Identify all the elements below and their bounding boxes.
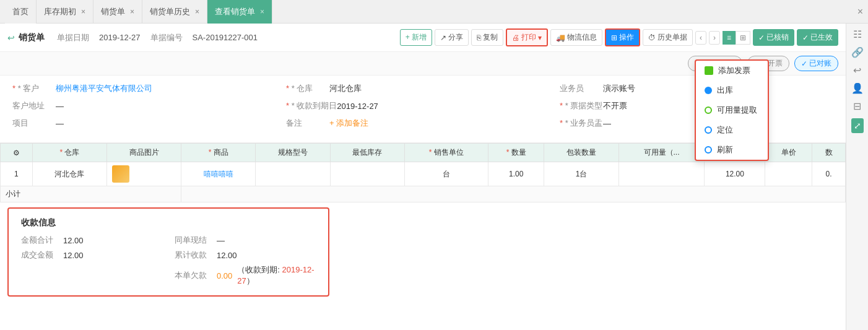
sidebar-icon-expand[interactable]: ⤢: [851, 118, 864, 133]
row-amount: 0.: [812, 162, 846, 186]
total-amount-value: 12.00: [63, 236, 84, 245]
sold-button[interactable]: ✓ 已核销: [753, 29, 794, 46]
project-label: 项目: [12, 118, 56, 129]
transaction-amount-value: 12.00: [63, 251, 84, 260]
col-settings[interactable]: ⚙: [1, 144, 33, 162]
available-pickup-icon: [705, 106, 712, 114]
view-grid-button[interactable]: ⊞: [736, 31, 750, 45]
cumulative-receipt-row: 累计收款 12.00: [175, 250, 316, 261]
col-sales-unit: * 销售单位: [404, 144, 488, 162]
due-date-red: 2019-12-27: [237, 265, 314, 285]
sidebar-icon-4[interactable]: 👤: [851, 82, 864, 94]
logistics-button[interactable]: 🚚 物流信息: [550, 29, 602, 46]
view-list-button[interactable]: ≡: [723, 31, 736, 45]
this-order-due-row: 本单欠款 0.00 （收款到期: 2019-12-27）: [175, 264, 316, 287]
print-dropdown-icon: ▾: [538, 33, 542, 42]
due-date-note: （收款到期: 2019-12-27）: [237, 264, 316, 287]
col-pack-qty: 包装数量: [544, 144, 618, 162]
dropdown-item-warehouse-out[interactable]: 出库: [696, 80, 768, 100]
logistics-icon: 🚚: [556, 33, 565, 42]
transaction-amount-row: 成交金额 12.00: [21, 250, 162, 261]
same-order-settlement-row: 同单现结 —: [175, 235, 316, 246]
customer-field: * 客户 柳州粤港平安气体有限公司: [12, 83, 286, 94]
salesperson-value: —: [603, 119, 611, 128]
warehouse-label: * 仓库: [286, 83, 329, 94]
summary-title: 收款信息: [21, 217, 316, 228]
tab-view-sales-label: 查看销货单: [215, 6, 255, 17]
print-button[interactable]: 🖨 打印 ▾: [506, 28, 548, 46]
locate-label: 定位: [717, 124, 733, 136]
tab-inventory-start[interactable]: 库存期初 ×: [37, 0, 93, 24]
number-label: 单据编号: [150, 32, 183, 43]
sidebar-icon-2[interactable]: 🔗: [851, 46, 864, 58]
warehouse-field: * 仓库 河北仓库: [286, 83, 560, 94]
new-button[interactable]: + 新增: [400, 29, 432, 46]
doc-meta: 单据日期 2019-12-27 单据编号 SA-20191227-001: [57, 32, 258, 43]
add-invoice-icon: [705, 66, 713, 75]
address-value: —: [56, 102, 64, 111]
col-amount: 数: [812, 144, 846, 162]
row-unit-price: [765, 162, 812, 186]
sidebar-icon-3[interactable]: ↩: [853, 64, 861, 76]
summary-section: 收款信息 金额合计 12.00 同单现结 — 成交金额 12.00: [7, 207, 329, 297]
check-button[interactable]: ✓ 已对账: [794, 56, 838, 71]
check-icon: ✓: [758, 33, 765, 42]
share-button[interactable]: ↗ 分享: [435, 29, 469, 46]
copy-button[interactable]: ⎘ 复制: [471, 29, 503, 46]
tab-home[interactable]: 首页: [5, 0, 37, 24]
project-field: 项目 —: [12, 118, 286, 129]
doc-title: 销货单: [19, 32, 45, 43]
tab-home-label: 首页: [12, 6, 28, 17]
tab-sales-order-close[interactable]: ×: [130, 7, 134, 16]
available-pickup-label: 可用量提取: [717, 105, 757, 116]
dropdown-item-refresh[interactable]: 刷新: [696, 140, 768, 160]
this-order-due-label: 本单欠款: [175, 270, 212, 281]
close-all-button[interactable]: ×: [857, 6, 863, 17]
row-current-stock: 12.00: [705, 162, 765, 186]
row-product[interactable]: 嘻嘻嘻嘻: [181, 162, 256, 186]
row-min-stock: [330, 162, 404, 186]
tab-sales-history-label: 销货单历史: [150, 6, 190, 17]
col-product: * 商品: [181, 144, 256, 162]
tab-sales-order[interactable]: 销货单 ×: [93, 0, 142, 24]
row-spec: [256, 162, 330, 186]
tab-inventory-close[interactable]: ×: [81, 7, 85, 16]
right-sidebar: ☷ 🔗 ↩ 👤 ⊟ ⤢: [846, 24, 868, 330]
dropdown-item-available-pickup[interactable]: 可用量提取: [696, 100, 768, 120]
col-warehouse: * 仓库: [32, 144, 106, 162]
row-sales-unit: 台: [404, 162, 488, 186]
date-value: 2019-12-27: [99, 33, 141, 42]
view-toggle: ≡ ⊞: [723, 31, 750, 45]
col-min-stock: 最低库存: [330, 144, 404, 162]
product-thumbnail: [112, 165, 129, 183]
tab-view-sales[interactable]: 查看销货单 ×: [207, 0, 272, 24]
due-date-value: 2019-12-27: [337, 102, 378, 111]
tab-sales-history[interactable]: 销货单历史 ×: [142, 0, 207, 24]
tab-sales-order-label: 销货单: [101, 6, 125, 17]
sidebar-icon-1[interactable]: ☷: [853, 28, 862, 40]
tab-sales-history-close[interactable]: ×: [195, 7, 199, 16]
prev-button[interactable]: ‹: [695, 31, 706, 45]
history-button[interactable]: ⏱ 历史单据: [643, 29, 693, 46]
tab-view-sales-close[interactable]: ×: [260, 7, 264, 16]
note-label: 备注: [286, 118, 329, 129]
subtotal-label: 小计: [1, 186, 181, 202]
effective-icon: ✓: [802, 33, 809, 42]
checkmark-icon: ✓: [801, 59, 807, 68]
dropdown-item-add-invoice[interactable]: 添加发票: [696, 61, 768, 80]
dropdown-item-locate[interactable]: 定位: [696, 120, 768, 140]
row-quantity: 1.00: [488, 162, 544, 186]
row-pack-qty: 1台: [544, 162, 618, 186]
effective-button[interactable]: ✓ 已生效: [797, 29, 838, 46]
date-label: 单据日期: [57, 32, 89, 43]
operations-button[interactable]: ⊞ 操作: [605, 28, 640, 46]
sidebar-icon-5[interactable]: ⊟: [853, 100, 861, 112]
ticket-type-label: * 票据类型: [560, 100, 603, 111]
history-icon: ⏱: [648, 33, 656, 42]
next-button[interactable]: ›: [709, 31, 720, 45]
customer-value[interactable]: 柳州粤港平安气体有限公司: [56, 83, 152, 94]
add-note-button[interactable]: + 添加备注: [329, 118, 368, 129]
cumulative-receipt-value: 12.00: [217, 251, 237, 260]
refresh-label: 刷新: [717, 144, 733, 155]
same-order-settlement-label: 同单现结: [175, 235, 212, 246]
